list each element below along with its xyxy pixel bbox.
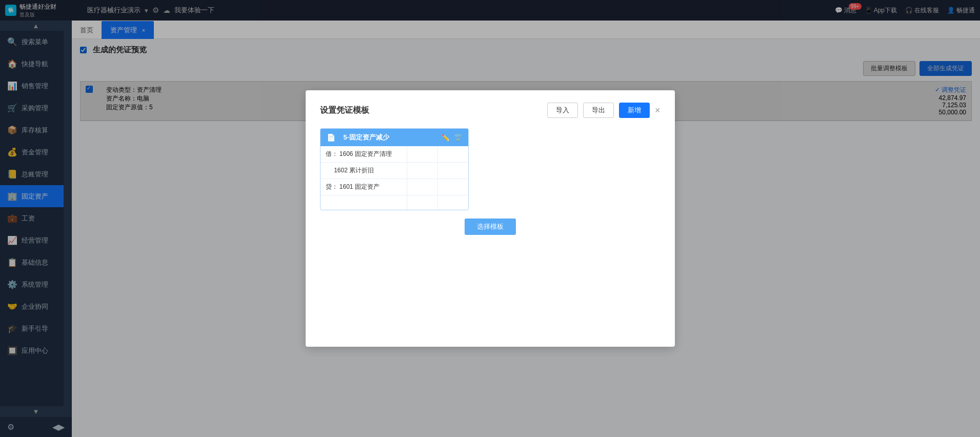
entry-2-col2 (437, 163, 468, 178)
select-template-btn[interactable]: 选择模板 (465, 218, 516, 235)
main-layout: ▲ 🔍 搜索菜单 🏠 快捷导航 📊 销售管理 🛒 采购管理 📦 库存核算 (0, 21, 980, 437)
modal-title: 设置凭证模板 (320, 105, 369, 116)
template-entry-empty-1 (321, 195, 468, 210)
entry-3-col1 (407, 179, 437, 195)
modal-actions: 导入 导出 新增 (547, 103, 650, 118)
modal-header: 设置凭证模板 导入 导出 新增 × (320, 103, 661, 118)
modal-dialog: 设置凭证模板 导入 导出 新增 × 📄 5 (306, 90, 675, 347)
entry-3-name: 固定资产 (355, 183, 379, 190)
entry-1-code: 1606 (339, 150, 353, 157)
entry-1-type: 借： (326, 150, 338, 157)
entry-1-col2 (437, 146, 468, 162)
export-btn[interactable]: 导出 (583, 103, 614, 118)
entry-1-name: 固定资产清理 (355, 150, 392, 157)
entry-3-col2 (437, 179, 468, 195)
entry-3-code: 1601 (339, 183, 353, 190)
template-edit-icon[interactable]: ✏️ (442, 134, 450, 142)
entry-2-indent (326, 167, 332, 174)
content-area: 首页 资产管理 × 生成的凭证预览 批量调整模板 全部生成凭证 (72, 21, 980, 437)
entry-1-col1 (407, 146, 437, 162)
template-entry-3: 贷： 1601 固定资产 (321, 179, 468, 195)
template-card: 📄 5-固定资产减少 ✏️ 🗑️ 借： 1606 (320, 128, 469, 210)
import-btn[interactable]: 导入 (547, 103, 578, 118)
template-actions: ✏️ 🗑️ (442, 134, 462, 142)
modal-close-btn[interactable]: × (655, 105, 661, 116)
template-entry-2: 1602 累计折旧 (321, 163, 468, 179)
template-entry-1: 借： 1606 固定资产清理 (321, 146, 468, 163)
new-btn[interactable]: 新增 (619, 103, 650, 118)
template-card-header: 📄 5-固定资产减少 ✏️ 🗑️ (321, 129, 468, 146)
modal-overlay: 设置凭证模板 导入 导出 新增 × 📄 5 (72, 21, 980, 437)
template-doc-icon: 📄 (327, 133, 335, 142)
entry-3-type: 贷： (326, 183, 338, 190)
template-delete-icon[interactable]: 🗑️ (454, 134, 462, 142)
entry-2-col1 (407, 163, 437, 178)
entry-2-name: 累计折旧 (349, 167, 374, 174)
template-card-body: 借： 1606 固定资产清理 1602 累计折旧 (321, 146, 468, 210)
entry-2-code: 1602 (334, 167, 348, 174)
template-fullname: 5-固定资产减少 (344, 133, 390, 142)
